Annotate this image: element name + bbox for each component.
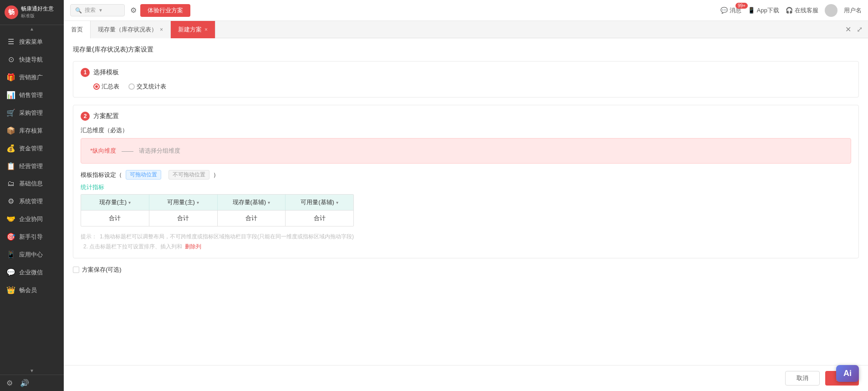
app-download-button[interactable]: 📱 App下载 [748, 6, 779, 15]
message-badge: 99+ [735, 3, 748, 9]
sidebar-logo: 畅 畅康通好生意 标准版 [0, 0, 64, 25]
topbar-left: 🔍 搜索 ▼ ⚙ 体验行业方案 [70, 4, 717, 17]
tabs-window-controls: ✕ ⤢ [843, 23, 868, 36]
dimension-area: *纵向维度 —— 请选择分组维度 [81, 138, 851, 164]
radio-cross-label: 交叉统计表 [137, 82, 166, 91]
logo-badge: 标准版 [21, 13, 54, 19]
wechat-icon: 💬 [6, 268, 15, 277]
summary-dim-label: 汇总维度（必选） [81, 126, 851, 134]
sidebar-item-purchase[interactable]: 🛒 采购管理 [0, 104, 64, 122]
section2-number: 2 [81, 112, 90, 121]
ai-fab-button[interactable]: Ai [836, 365, 859, 382]
sidebar-item-search-menu[interactable]: ☰ 搜索菜单 [0, 33, 64, 51]
settings-bottom-icon[interactable]: ⚙ [6, 379, 13, 387]
sales-icon: 📊 [6, 91, 15, 99]
cancel-button[interactable]: 取消 [785, 371, 820, 386]
col3-dropdown-icon[interactable]: ▾ [268, 200, 270, 205]
tip2-highlight: 删除列 [185, 242, 201, 252]
topbar-settings-icon[interactable]: ⚙ [130, 6, 137, 15]
username-label[interactable]: 用户名 [844, 6, 862, 15]
sidebar-item-finance[interactable]: 💰 资金管理 [0, 139, 64, 157]
tip1-line: 提示： 1.拖动标题栏可以调整布局，不可跨维度或指标区域拖动栏目字段(只能在同一… [81, 232, 851, 242]
save-checkbox-row: 方案保存(可选) [73, 266, 859, 274]
sidebar-item-app-center[interactable]: 📱 应用中心 [0, 246, 64, 263]
sound-icon[interactable]: 🔊 [20, 379, 29, 387]
dimension-dash: —— [122, 148, 133, 154]
table-header-col4[interactable]: 可用量(基辅) ▾ [286, 195, 353, 210]
message-icon: 💬 [720, 7, 728, 14]
sidebar-item-quick-nav[interactable]: ⊙ 快捷导航 [0, 51, 64, 68]
dimension-placeholder[interactable]: 请选择分组维度 [139, 147, 180, 155]
sidebar-scroll-down[interactable]: ▼ [0, 367, 64, 375]
logo-icon: 畅 [5, 5, 18, 19]
section1-header: 1 选择模板 [81, 68, 851, 77]
system-icon: ⚙ [6, 197, 15, 206]
sidebar-item-inventory[interactable]: 📦 库存核算 [0, 122, 64, 139]
sidebar-scroll-up[interactable]: ▲ [0, 25, 64, 33]
radio-summary-label: 汇总表 [102, 82, 119, 91]
radio-cross[interactable]: 交叉统计表 [128, 82, 166, 91]
sidebar-item-sales[interactable]: 📊 销售管理 [0, 86, 64, 104]
sidebar-item-wechat[interactable]: 💬 企业微信 [0, 263, 64, 281]
window-close-icon[interactable]: ✕ [843, 23, 853, 36]
sidebar-item-vip[interactable]: 👑 畅会员 [0, 281, 64, 299]
tab-inventory-status[interactable]: 现存量（库存状况表） × [91, 21, 171, 38]
sidebar-item-marketing[interactable]: 🎁 营销推广 [0, 68, 64, 86]
search-icon: 🔍 [75, 7, 82, 14]
tips-area: 提示： 1.拖动标题栏可以调整布局，不可跨维度或指标区域拖动栏目字段(只能在同一… [81, 232, 851, 252]
app-icon: 📱 [748, 7, 755, 14]
sidebar-item-system[interactable]: ⚙ 系统管理 [0, 192, 64, 210]
finance-icon: 💰 [6, 144, 15, 153]
content-area: 现存量(库存状况表)方案设置 1 选择模板 汇总表 交叉统计表 2 [64, 38, 868, 365]
topbar: 🔍 搜索 ▼ ⚙ 体验行业方案 💬 消息 99+ 📱 App下载 🎧 在线客服 [64, 0, 868, 21]
radio-summary-dot [93, 83, 100, 90]
new-guide-icon: 🎯 [6, 232, 15, 241]
table-cell-1-4: 合计 [286, 211, 353, 226]
online-service-button[interactable]: 🎧 在线客服 [786, 6, 818, 15]
enterprise-icon: 🤝 [6, 215, 15, 223]
table-cell-1-2: 合计 [149, 211, 218, 226]
basic-info-icon: 🗂 [6, 180, 15, 188]
messages-button[interactable]: 💬 消息 99+ [720, 6, 741, 15]
dimension-required-label: *纵向维度 [90, 147, 116, 155]
table-header-col2[interactable]: 可用量(主) ▾ [149, 195, 218, 210]
search-dropdown-icon[interactable]: ▼ [98, 8, 103, 13]
sidebar-item-business[interactable]: 📋 经营管理 [0, 157, 64, 175]
col4-dropdown-icon[interactable]: ▾ [336, 200, 338, 205]
save-checkbox[interactable] [73, 267, 79, 273]
purchase-icon: 🛒 [6, 108, 15, 117]
table-header-col3[interactable]: 现存量(基辅) ▾ [218, 195, 286, 210]
col1-dropdown-icon[interactable]: ▾ [128, 200, 131, 205]
section1-title: 选择模板 [93, 68, 119, 77]
service-icon: 🎧 [786, 7, 793, 14]
topbar-right: 💬 消息 99+ 📱 App下载 🎧 在线客服 用户名 [720, 4, 862, 17]
tab-home[interactable]: 首页 [64, 21, 91, 38]
stats-label: 统计指标 [81, 183, 851, 191]
tip2-line: 2. 点击标题栏下拉可设置排序、插入列和 删除列 [81, 242, 851, 252]
tabs-bar: 首页 现存量（库存状况表） × 新建方案 × ✕ ⤢ [64, 21, 868, 38]
quick-nav-icon: ⊙ [6, 55, 15, 64]
non-draggable-badge: 不可拖动位置 [168, 170, 209, 180]
search-box[interactable]: 🔍 搜索 ▼ [70, 4, 125, 16]
stats-table: 现存量(主) ▾ 可用量(主) ▾ 现存量(基辅) ▾ 可用量(基辅) ▾ [81, 194, 354, 226]
section2-title: 方案配置 [93, 112, 119, 120]
tab-new-scheme-close-icon[interactable]: × [204, 26, 208, 33]
table-header-col1[interactable]: 现存量(主) ▾ [81, 195, 149, 210]
sidebar-item-enterprise[interactable]: 🤝 企业协同 [0, 210, 64, 228]
window-expand-icon[interactable]: ⤢ [855, 23, 864, 36]
inventory-icon: 📦 [6, 126, 15, 135]
sidebar-item-basic-info[interactable]: 🗂 基础信息 [0, 175, 64, 192]
avatar[interactable] [825, 4, 837, 17]
table-header-row: 现存量(主) ▾ 可用量(主) ▾ 现存量(基辅) ▾ 可用量(基辅) ▾ [81, 195, 353, 210]
sidebar: 畅 畅康通好生意 标准版 ▲ ☰ 搜索菜单 ⊙ 快捷导航 🎁 营销推广 📊 销售… [0, 0, 64, 391]
table-cell-1-1: 合计 [81, 211, 149, 226]
radio-summary[interactable]: 汇总表 [93, 82, 119, 91]
sidebar-bottom: ⚙ 🔊 [0, 375, 64, 391]
trial-button[interactable]: 体验行业方案 [140, 4, 190, 17]
section2-header: 2 方案配置 [81, 112, 851, 121]
tab-inventory-close-icon[interactable]: × [160, 26, 163, 33]
sidebar-item-new-guide[interactable]: 🎯 新手引导 [0, 228, 64, 246]
col2-dropdown-icon[interactable]: ▾ [197, 200, 199, 205]
logo-text: 畅康通好生意 [21, 5, 54, 13]
tab-new-scheme[interactable]: 新建方案 × [171, 21, 215, 38]
